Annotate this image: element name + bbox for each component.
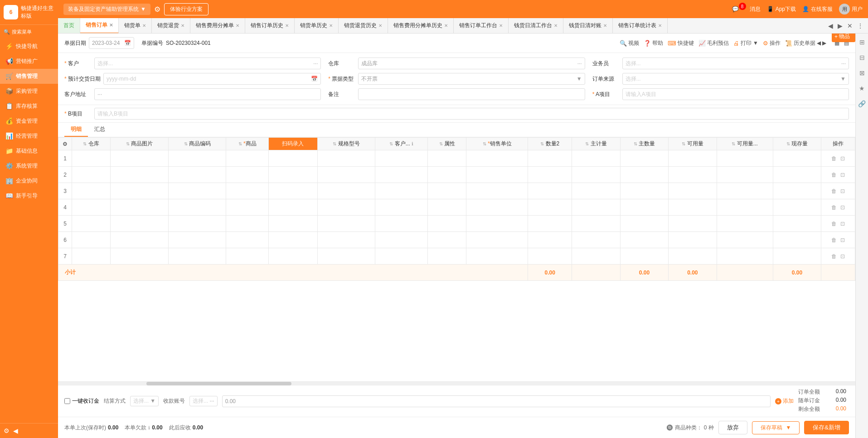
row-main-qty[interactable] (620, 167, 668, 183)
tab-sales-order-history[interactable]: 销售订单历史 ✕ (245, 18, 295, 34)
save-new-button[interactable]: 保存&新增 (804, 421, 849, 434)
row-stock[interactable] (773, 216, 821, 232)
row-spec[interactable] (317, 150, 375, 167)
row-sales-unit[interactable] (466, 150, 528, 167)
row-product-image[interactable] (111, 232, 169, 248)
history-next-icon[interactable]: ▶ (822, 40, 826, 46)
row-customer-code[interactable] (375, 183, 428, 199)
warehouse-more-icon[interactable]: ··· (577, 60, 582, 67)
row-customer-code[interactable] (375, 150, 428, 167)
tab-close-icon[interactable]: ✕ (236, 23, 239, 28)
help-btn[interactable]: ❓ 帮助 (644, 39, 663, 47)
goods-quick-btn[interactable]: + 物品 (832, 34, 855, 42)
view-btn[interactable]: 🔍 视频 (620, 39, 639, 47)
tab-sales-return[interactable]: 销货退货 ✕ (152, 18, 190, 34)
order-source-input[interactable]: 选择... ▼ (622, 73, 849, 85)
scrollbar-thumb[interactable] (146, 382, 291, 385)
row-product[interactable] (226, 167, 269, 183)
row-customer-code[interactable] (375, 232, 428, 248)
tab-close-icon[interactable]: ✕ (142, 23, 146, 28)
save-draft-dropdown-icon[interactable]: ▼ (786, 424, 791, 431)
row-spec[interactable] (317, 167, 375, 183)
row-qty2[interactable] (528, 167, 572, 183)
row-attribute[interactable] (428, 183, 466, 199)
tab-close-icon[interactable]: ✕ (285, 23, 289, 28)
tab-sales-order[interactable]: 销售订单 ✕ (80, 18, 119, 34)
delete-icon[interactable]: 🗑 (831, 253, 837, 260)
row-scan-input[interactable] (269, 167, 318, 183)
sidebar-item-basic-info[interactable]: 📁 基础信息 (0, 144, 58, 159)
delete-icon[interactable]: 🗑 (831, 237, 837, 243)
current-due-info-icon[interactable]: ℹ (148, 425, 150, 430)
row-stock[interactable] (773, 167, 821, 183)
row-spec[interactable] (317, 199, 375, 216)
salesman-input[interactable]: 选择... ··· (622, 58, 849, 69)
tab-close-icon[interactable]: ✕ (181, 23, 184, 28)
right-icon-3[interactable]: ⊠ (857, 68, 867, 78)
row-available[interactable] (669, 183, 717, 199)
row-product-code[interactable] (168, 167, 226, 183)
account-select[interactable]: 选择... ··· (189, 396, 217, 406)
row-spec[interactable] (317, 183, 375, 199)
row-product[interactable] (226, 150, 269, 167)
row-attribute[interactable] (428, 167, 466, 183)
sidebar-item-marketing[interactable]: 📢 营销推广 (0, 54, 58, 69)
sidebar-item-purchase[interactable]: 📦 采购管理 (0, 84, 58, 99)
salesman-more-icon[interactable]: ··· (841, 60, 846, 67)
row-product-code[interactable] (168, 199, 226, 216)
app-download-btn[interactable]: 📱 App下载 (767, 5, 796, 13)
sidebar-item-enterprise[interactable]: 🏢 企业协同 (0, 173, 58, 188)
save-draft-button[interactable]: 保存草稿 ▼ (752, 421, 800, 434)
delete-icon[interactable]: 🗑 (831, 204, 837, 211)
row-scan-input[interactable] (269, 199, 318, 216)
inner-tab-detail[interactable]: 明细 (64, 123, 88, 137)
customer-address-input[interactable]: ··· (94, 88, 321, 100)
tab-more-icon[interactable]: ⋮ (855, 21, 865, 30)
industry-solution-button[interactable]: 体验行业方案 (164, 3, 209, 15)
row-sales-unit[interactable] (466, 232, 528, 248)
a-project-input[interactable]: 请输入A项目 (622, 88, 849, 100)
tab-close-all-icon[interactable]: ✕ (845, 21, 854, 30)
row-product-image[interactable] (111, 167, 169, 183)
row-main-qty[interactable] (620, 248, 668, 265)
row-product-image[interactable] (111, 216, 169, 232)
invoice-type-input[interactable]: 不开票 ▼ (358, 73, 585, 85)
tab-sales-workbench[interactable]: 销售订单工作台 ✕ (454, 18, 509, 34)
row-scan-input[interactable] (269, 183, 318, 199)
one-click-deposit-check[interactable] (64, 398, 70, 404)
row-warehouse[interactable] (72, 232, 111, 248)
sidebar-item-system[interactable]: ⚙️ 系统管理 (0, 159, 58, 173)
row-attribute[interactable] (428, 199, 466, 216)
row-attribute[interactable] (428, 248, 466, 265)
history-btn[interactable]: 📜 历史单据 ◀ ▶ (785, 39, 826, 47)
row-available2[interactable] (717, 232, 773, 248)
customer-more-icon[interactable]: ··· (313, 60, 318, 67)
operation-btn[interactable]: ⚙ 操作 (763, 39, 781, 47)
collapse-icon[interactable]: ◀ (13, 427, 18, 434)
inner-tab-summary[interactable]: 汇总 (88, 123, 112, 137)
tab-fee-split-history[interactable]: 销售费用分摊单历史 ✕ (388, 18, 454, 34)
right-icon-2[interactable]: ⊟ (857, 53, 867, 63)
tab-close-icon[interactable]: ✕ (329, 23, 333, 28)
delete-icon[interactable]: 🗑 (831, 221, 837, 227)
tab-daily-reconcile[interactable]: 钱货日清对账 ✕ (563, 18, 613, 34)
row-stock[interactable] (773, 199, 821, 216)
note-input[interactable] (358, 88, 585, 100)
row-product-code[interactable] (168, 183, 226, 199)
sidebar-item-finance[interactable]: 💰 资金管理 (0, 114, 58, 129)
row-sales-unit[interactable] (466, 183, 528, 199)
tab-sales-stats[interactable]: 销售订单统计表 ✕ (613, 18, 668, 34)
copy-icon[interactable]: ⊡ (840, 237, 845, 243)
payment-method-select[interactable]: 选择... ▼ (130, 396, 159, 406)
row-available2[interactable] (717, 150, 773, 167)
messages-btn[interactable]: 💬 8 消息 (732, 5, 761, 13)
tab-close-icon[interactable]: ✕ (499, 23, 503, 28)
row-sales-unit[interactable] (466, 199, 528, 216)
profit-btn[interactable]: 📈 毛利预估 (698, 39, 729, 47)
row-main-unit[interactable] (572, 248, 620, 265)
row-available2[interactable] (717, 167, 773, 183)
row-product-code[interactable] (168, 248, 226, 265)
row-available[interactable] (669, 167, 717, 183)
delete-icon[interactable]: 🗑 (831, 155, 837, 162)
tab-close-icon[interactable]: ✕ (658, 23, 662, 28)
